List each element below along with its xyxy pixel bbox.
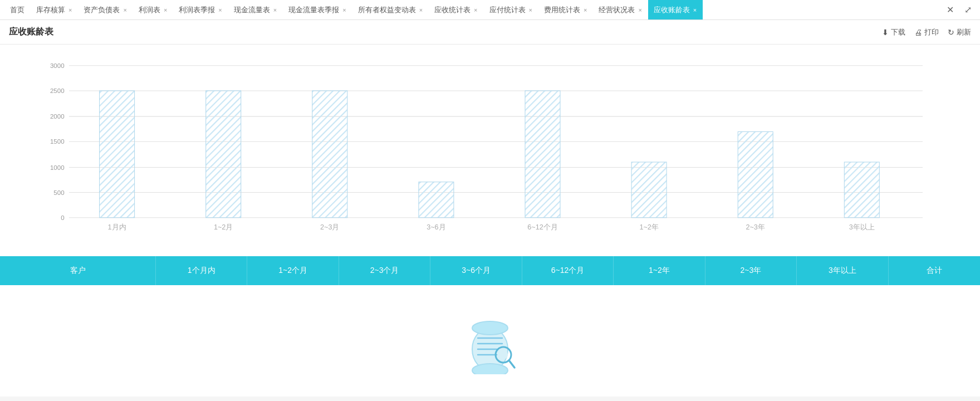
svg-point-9 bbox=[472, 321, 508, 335]
tab-close-icon[interactable]: × bbox=[123, 7, 126, 13]
tab-balance-sheet[interactable]: 资产负债表 × bbox=[78, 0, 133, 20]
tab-profit[interactable]: 利润表 × bbox=[133, 0, 173, 20]
bar-6-12个月 bbox=[525, 91, 560, 218]
tab-close-icon[interactable]: × bbox=[164, 7, 167, 13]
svg-point-10 bbox=[472, 364, 508, 374]
x-label-2-3月: 2~3月 bbox=[320, 223, 339, 231]
tab-cashflow-quarterly[interactable]: 现金流量表季报 × bbox=[283, 0, 352, 20]
col-header-total: 合计 bbox=[889, 256, 980, 285]
tab-label: 应付统计表 bbox=[489, 5, 526, 15]
bar-2-3月 bbox=[312, 91, 347, 218]
tab-ar-stats[interactable]: 应收统计表 × bbox=[429, 0, 483, 20]
tab-label: 首页 bbox=[10, 5, 24, 15]
x-label-3年以上: 3年以上 bbox=[849, 223, 875, 231]
col-header-1-2m: 1~2个月 bbox=[247, 256, 339, 285]
refresh-button[interactable]: ↻ 刷新 bbox=[948, 27, 971, 37]
tab-expense-stats[interactable]: 费用统计表 × bbox=[538, 0, 593, 20]
tab-close-icon[interactable]: × bbox=[584, 7, 587, 13]
tab-label: 经营状况表 bbox=[599, 5, 635, 15]
bar-3年以上 bbox=[844, 162, 879, 218]
tab-label: 资产负债表 bbox=[84, 5, 120, 15]
x-label-1月内: 1月内 bbox=[108, 223, 126, 231]
print-icon: 🖨 bbox=[914, 28, 922, 37]
page-title: 应收账龄表 bbox=[9, 26, 53, 38]
tab-label: 利润表季报 bbox=[179, 5, 215, 15]
svg-line-17 bbox=[509, 360, 514, 368]
bar-1-2年 bbox=[631, 162, 667, 218]
y-axis-label-1500: 1500 bbox=[50, 138, 65, 145]
tab-ar-aging[interactable]: 应收账龄表 × bbox=[648, 0, 703, 20]
empty-state bbox=[0, 285, 980, 397]
tab-label: 现金流量表季报 bbox=[288, 5, 339, 15]
col-header-3y-plus: 3年以上 bbox=[797, 256, 888, 285]
table-header: 客户 1个月内 1~2个月 2~3个月 3~6个月 6~12个月 1~2年 2~… bbox=[0, 256, 980, 285]
y-axis-label-1000: 1000 bbox=[50, 164, 65, 171]
x-label-1-2年: 1~2年 bbox=[639, 223, 658, 231]
bar-chart: 0 500 1000 1500 2000 2500 3000 1月内 1~2月 … bbox=[22, 56, 958, 245]
bar-2-3年 bbox=[738, 131, 773, 217]
tab-inventory[interactable]: 库存核算 × bbox=[31, 0, 78, 20]
tab-label: 现金流量表 bbox=[234, 5, 270, 15]
y-axis-label-0: 0 bbox=[61, 214, 64, 221]
refresh-label: 刷新 bbox=[957, 27, 971, 37]
tab-label: 费用统计表 bbox=[544, 5, 580, 15]
maximize-window-button[interactable]: ⤢ bbox=[960, 2, 976, 18]
tab-profit-quarterly[interactable]: 利润表季报 × bbox=[173, 0, 228, 20]
col-header-6-12m: 6~12个月 bbox=[522, 256, 614, 285]
x-label-3-6月: 3~6月 bbox=[427, 223, 445, 231]
tab-close-icon[interactable]: × bbox=[68, 7, 72, 13]
tab-close-icon[interactable]: × bbox=[638, 7, 641, 13]
tab-close-icon[interactable]: × bbox=[273, 7, 277, 13]
tab-close-icon[interactable]: × bbox=[474, 7, 477, 13]
main-content: 0 500 1000 1500 2000 2500 3000 1月内 1~2月 … bbox=[0, 45, 980, 397]
tab-label: 应收账龄表 bbox=[654, 5, 690, 15]
tab-label: 应收统计表 bbox=[434, 5, 471, 15]
header-actions: ⬇ 下载 🖨 打印 ↻ 刷新 bbox=[882, 27, 971, 37]
y-axis-label-2500: 2500 bbox=[50, 87, 65, 94]
col-header-2-3y: 2~3年 bbox=[705, 256, 797, 285]
download-label: 下载 bbox=[891, 27, 905, 37]
no-data-icon bbox=[457, 307, 523, 374]
tab-close-icon[interactable]: × bbox=[419, 7, 423, 13]
tab-ap-stats[interactable]: 应付统计表 × bbox=[484, 0, 538, 20]
tab-bar: 首页 库存核算 × 资产负债表 × 利润表 × 利润表季报 × 现金流量表 × … bbox=[0, 0, 980, 20]
download-icon: ⬇ bbox=[882, 28, 889, 37]
col-header-1m: 1个月内 bbox=[156, 256, 247, 285]
refresh-icon: ↻ bbox=[948, 28, 954, 37]
col-header-3-6m: 3~6个月 bbox=[430, 256, 522, 285]
tab-label: 所有者权益变动表 bbox=[358, 5, 416, 15]
x-label-2-3年: 2~3年 bbox=[746, 223, 765, 231]
bar-1月内 bbox=[100, 91, 135, 218]
tab-label: 库存核算 bbox=[36, 5, 65, 15]
tab-operation[interactable]: 经营状况表 × bbox=[593, 0, 648, 20]
svg-point-16 bbox=[499, 350, 508, 359]
window-controls: ✕ ⤢ bbox=[942, 2, 976, 18]
download-button[interactable]: ⬇ 下载 bbox=[882, 27, 905, 37]
chart-area: 0 500 1000 1500 2000 2500 3000 1月内 1~2月 … bbox=[0, 45, 980, 256]
tab-close-icon[interactable]: × bbox=[342, 7, 346, 13]
tab-close-icon[interactable]: × bbox=[693, 7, 697, 13]
col-header-customer: 客户 bbox=[0, 256, 156, 285]
bar-3-6月 bbox=[419, 182, 454, 218]
tab-close-icon[interactable]: × bbox=[218, 7, 222, 13]
y-axis-label-500: 500 bbox=[53, 189, 64, 196]
print-label: 打印 bbox=[924, 27, 939, 37]
x-label-1-2月: 1~2月 bbox=[214, 223, 233, 231]
col-header-1-2y: 1~2年 bbox=[614, 256, 705, 285]
y-axis-label-2000: 2000 bbox=[50, 113, 65, 120]
tab-home[interactable]: 首页 bbox=[4, 0, 31, 20]
tab-label: 利润表 bbox=[139, 5, 160, 15]
y-axis-label-3000: 3000 bbox=[50, 62, 65, 69]
tab-equity[interactable]: 所有者权益变动表 × bbox=[352, 0, 429, 20]
tab-close-icon[interactable]: × bbox=[529, 7, 532, 13]
x-label-6-12个月: 6~12个月 bbox=[527, 223, 557, 231]
close-window-button[interactable]: ✕ bbox=[942, 2, 958, 18]
print-button[interactable]: 🖨 打印 bbox=[914, 27, 939, 37]
col-header-2-3m: 2~3个月 bbox=[339, 256, 430, 285]
bar-1-2月 bbox=[206, 91, 241, 218]
page-header: 应收账龄表 ⬇ 下载 🖨 打印 ↻ 刷新 bbox=[0, 20, 980, 45]
tab-cashflow[interactable]: 现金流量表 × bbox=[228, 0, 283, 20]
